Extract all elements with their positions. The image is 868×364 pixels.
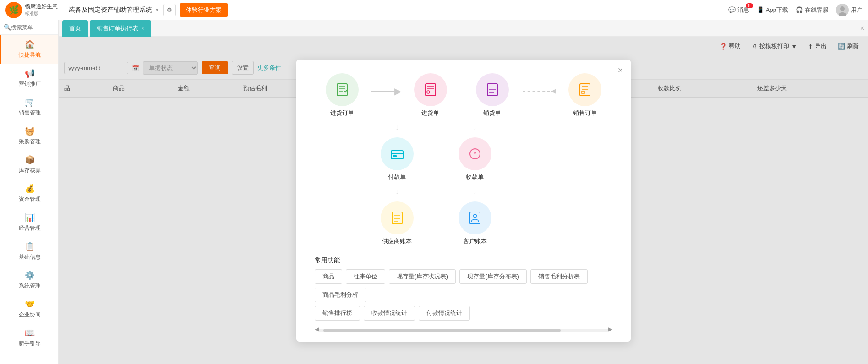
sidebar-item-purchase[interactable]: 🧺 采购管理 (0, 121, 58, 150)
search-icon: 🔍 (4, 24, 11, 31)
close-all-tabs-button[interactable]: × (860, 24, 864, 33)
download-icon: 📱 (757, 6, 764, 13)
enterprise-icon: 🤝 (25, 299, 35, 309)
flow-node-receipt-bill[interactable]: ¥ 收款单 (448, 137, 502, 181)
sidebar-item-guide[interactable]: 📖 新手引导 (0, 323, 58, 352)
flow-node-customer-ledger[interactable]: 客户账本 (448, 201, 502, 245)
scroll-thumb[interactable] (323, 329, 561, 332)
sales-bill-icon (476, 73, 509, 106)
logo-text: 畅康通好生意 标准版 (25, 3, 58, 16)
arrow-down-sales-bill: ↓ (473, 124, 477, 131)
common-btn-inventory-status[interactable]: 现存量(库存状况表) (389, 269, 456, 284)
receipt-bill-icon: ¥ (459, 137, 491, 170)
sidebar-item-finance[interactable]: 💰 资金管理 (0, 179, 58, 208)
sidebar-item-operation[interactable]: 📊 经营管理 (0, 208, 58, 237)
inventory-icon: 📦 (25, 155, 35, 165)
flow-row-arrows: ↓ ↓ (315, 122, 612, 133)
sales-order-icon (568, 73, 601, 106)
message-button[interactable]: 💬 消息 6 (728, 6, 749, 14)
main-area: 🔍 🏠 快捷导航 📢 营销推广 🛒 销售管理 🧺 采购管理 📦 库存 (0, 20, 868, 364)
common-btn-receipt-stats[interactable]: 收款情况统计 (364, 306, 415, 321)
top-right-area: 💬 消息 6 📱 App下载 🎧 在线客服 用户 (728, 4, 863, 16)
scroll-right-arrow[interactable]: ▶ (608, 326, 612, 332)
sidebar-item-enterprise[interactable]: 🤝 企业协同 (0, 294, 58, 323)
sidebar-item-sales[interactable]: 🛒 销售管理 (0, 92, 58, 121)
common-btn-inventory-dist[interactable]: 现存量(库存分布表) (459, 269, 527, 284)
logo-area: 🌿 畅康通好生意 标准版 (5, 2, 64, 18)
operation-icon: 📊 (25, 212, 35, 223)
svg-point-1 (840, 6, 845, 11)
sidebar-item-quick-nav[interactable]: 🏠 快捷导航 (0, 35, 58, 64)
common-buttons-row: 商品 往来单位 现存量(库存状况表) 现存量(库存分布表) 销售毛利分析表 商品… (315, 269, 612, 302)
tab-bar: 首页 销售订单执行表 × × (59, 20, 868, 37)
tab-sales-order[interactable]: 销售订单执行表 × (90, 20, 151, 37)
common-btn-partner[interactable]: 往来单位 (346, 269, 385, 284)
sidebar-item-inventory[interactable]: 📦 库存核算 (0, 150, 58, 179)
system-icon: ⚙️ (25, 270, 35, 280)
content-area: 首页 销售订单执行表 × × ❓ 帮助 🖨 (59, 20, 868, 364)
sidebar: 🔍 🏠 快捷导航 📢 营销推广 🛒 销售管理 🧺 采购管理 📦 库存 (0, 20, 59, 364)
tab-home[interactable]: 首页 (62, 20, 88, 37)
gear-button[interactable]: ⚙ (163, 4, 176, 16)
message-icon: 💬 (728, 6, 736, 13)
common-functions-title: 常用功能 (315, 256, 612, 265)
flow-node-payment-bill[interactable]: 付款单 (370, 137, 425, 181)
avatar (836, 4, 849, 16)
svg-rect-21 (391, 151, 403, 159)
sidebar-search-area[interactable]: 🔍 (0, 20, 58, 35)
service-icon: 🎧 (796, 6, 803, 13)
arrow-purchase-order-to-bill: ▶ (370, 86, 403, 97)
svg-rect-7 (426, 84, 436, 96)
common-btn-product[interactable]: 商品 (315, 269, 342, 284)
svg-point-10 (427, 91, 430, 93)
svg-rect-23 (393, 155, 397, 157)
common-btn-product-profit[interactable]: 商品毛利分析 (315, 288, 366, 302)
customer-ledger-icon (459, 201, 491, 234)
common-buttons-row-2: 销售排行榜 收款情况统计 付款情况统计 (315, 306, 612, 321)
flow-node-sales-order[interactable]: 销售订单 (557, 73, 612, 117)
svg-text:¥: ¥ (473, 150, 477, 158)
sales-icon: 🛒 (25, 97, 35, 107)
svg-rect-16 (580, 84, 590, 96)
svg-point-31 (473, 214, 477, 218)
modal-box: × 进货订单 (296, 60, 631, 342)
finance-icon: 💰 (25, 184, 35, 194)
system-name: 装备及固定资产辅助管理系统 ▼ (69, 6, 159, 14)
common-btn-sales-ranking[interactable]: 销售排行榜 (315, 306, 360, 321)
payment-bill-icon (381, 137, 414, 170)
purchase-bill-icon (414, 73, 447, 106)
common-btn-sales-analysis[interactable]: 销售毛利分析表 (530, 269, 588, 284)
flow-row-2: 付款单 ¥ 收款单 (315, 137, 612, 181)
page-wrapper: ❓ 帮助 🖨 按模板打印 ▼ ⬆ 导出 🔄 刷新 (59, 37, 868, 364)
sidebar-item-system[interactable]: ⚙️ 系统管理 (0, 266, 58, 294)
flow-row-1: 进货订单 ▶ (315, 73, 612, 117)
tab-close-icon[interactable]: × (141, 25, 144, 32)
experience-button[interactable]: 体验行业方案 (180, 3, 228, 17)
flow-row-3: 供应商账本 客户账本 (315, 201, 612, 245)
svg-rect-26 (392, 212, 402, 224)
sidebar-item-marketing[interactable]: 📢 营销推广 (0, 64, 58, 92)
system-dropdown-icon[interactable]: ▼ (155, 7, 159, 12)
flow-node-supplier-ledger[interactable]: 供应商账本 (370, 201, 425, 245)
modal-close-button[interactable]: × (618, 65, 623, 76)
guide-icon: 📖 (25, 328, 35, 338)
basic-icon: 📋 (25, 241, 35, 251)
flow-node-purchase-bill[interactable]: 进货单 (403, 73, 458, 117)
modal-scrollbar: ◀ ▶ (315, 326, 612, 332)
flow-diagram: 进货订单 ▶ (315, 73, 612, 245)
modal-overlay: × 进货订单 (59, 37, 868, 364)
marketing-icon: 📢 (25, 68, 35, 78)
common-btn-payment-stats[interactable]: 付款情况统计 (419, 306, 470, 321)
svg-rect-3 (337, 84, 347, 96)
arrow-sales-order-to-bill: ◀ (520, 87, 557, 94)
user-menu[interactable]: 用户 (836, 4, 863, 16)
svg-rect-19 (582, 91, 584, 93)
scroll-left-arrow[interactable]: ◀ (315, 326, 319, 332)
flow-node-sales-bill[interactable]: 销货单 (465, 73, 520, 117)
sidebar-item-basic[interactable]: 📋 基础信息 (0, 237, 58, 266)
app-download-button[interactable]: 📱 App下载 (757, 6, 788, 14)
common-functions-section: 常用功能 商品 往来单位 现存量(库存状况表) 现存量(库存分布表) 销售毛利分… (315, 256, 612, 321)
purchase-order-icon (326, 73, 359, 106)
flow-node-purchase-order[interactable]: 进货订单 (315, 73, 370, 117)
online-service-button[interactable]: 🎧 在线客服 (796, 6, 829, 14)
